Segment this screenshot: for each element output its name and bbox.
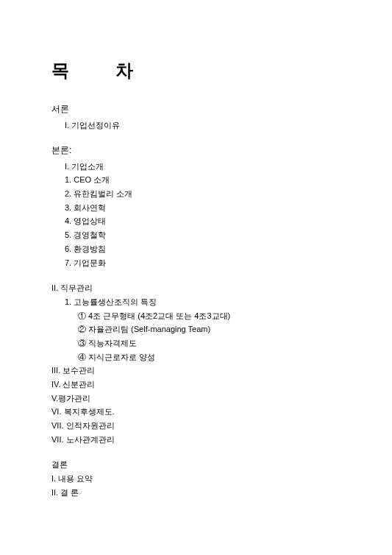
body-section2-sub-item: ③ 직능자격제도 xyxy=(78,336,341,350)
conclusion-heading: 결론 xyxy=(51,458,341,472)
intro-heading: 서론 xyxy=(51,103,341,116)
body-section1-heading: I. 기업소개 xyxy=(65,160,341,174)
body-heading: 본론: xyxy=(51,144,341,157)
conclusion-item: I. 내용 요약 xyxy=(51,472,341,486)
body-section1-item: 2. 유한킴벌리 소개 xyxy=(65,187,341,201)
body-section2-sub-item: ② 자율관리팀 (Self-managing Team) xyxy=(78,322,341,336)
body-section2-sub-item: ④ 지식근로자로 양성 xyxy=(78,350,341,364)
body-remaining-item: VII. 노사관계관리 xyxy=(51,433,341,447)
body-remaining-item: IV. 신분관리 xyxy=(51,378,341,392)
body-remaining-item: III. 보수관리 xyxy=(51,364,341,378)
body-section1-item: 5. 경영철학 xyxy=(65,228,341,242)
intro-item: I. 기업선정이유 xyxy=(65,119,341,132)
body-remaining-item: VI. 복지후생제도. xyxy=(51,405,341,419)
body-remaining-item: V.평가관리 xyxy=(51,392,341,406)
document-title: 목 차 xyxy=(51,59,341,82)
body-section1-item: 3. 회사연혁 xyxy=(65,201,341,215)
body-section1-item: 1. CEO 소개 xyxy=(65,173,341,187)
body-section2-sub-heading: 1. 고능률생산조직의 특징 xyxy=(65,295,341,309)
body-section2-heading: II. 직무관리 xyxy=(51,281,341,295)
body-remaining-item: VII. 인적자원관리 xyxy=(51,419,341,433)
body-section1-item: 4. 영업상태 xyxy=(65,214,341,228)
conclusion-item: II. 결 론 xyxy=(51,486,341,500)
body-section2-sub-item: ① 4조 근무형태 (4조2교대 또는 4조3교대) xyxy=(78,309,341,323)
body-section1-item: 7. 기업문화 xyxy=(65,256,341,270)
body-section1-item: 6. 환경방침 xyxy=(65,242,341,256)
